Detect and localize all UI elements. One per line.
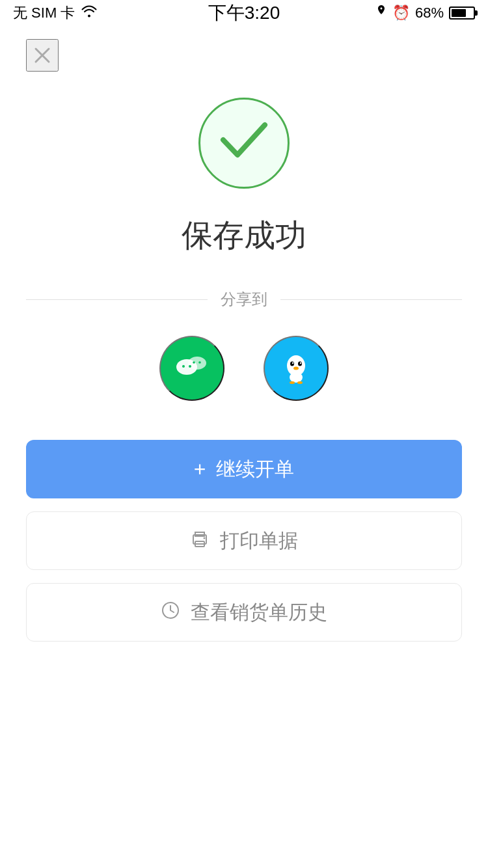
success-title: 保存成功 — [182, 215, 306, 256]
status-time: 下午3:20 — [208, 1, 280, 25]
svg-point-3 — [188, 357, 206, 370]
share-icons — [159, 336, 329, 401]
action-buttons: + 继续开单 打印单据 查看销货单历史 — [26, 440, 462, 642]
svg-point-7 — [198, 361, 201, 364]
history-label: 查看销货单历史 — [191, 599, 327, 626]
main-content: 保存成功 分享到 — [0, 26, 488, 642]
checkmark-icon — [218, 117, 270, 170]
share-divider: 分享到 — [26, 289, 462, 310]
success-circle — [198, 98, 290, 189]
divider-right — [280, 299, 462, 300]
continue-label: 继续开单 — [216, 456, 294, 483]
battery-percent: 68% — [415, 5, 444, 21]
svg-point-10 — [298, 362, 302, 366]
svg-point-4 — [182, 365, 185, 368]
continue-button[interactable]: + 继续开单 — [26, 440, 462, 498]
alarm-icon: ⏰ — [392, 5, 410, 21]
history-button[interactable]: 查看销货单历史 — [26, 583, 462, 642]
status-left: 无 SIM 卡 — [13, 3, 98, 23]
close-icon — [33, 46, 52, 65]
svg-point-5 — [189, 365, 191, 368]
wechat-icon — [172, 349, 211, 388]
svg-point-9 — [290, 362, 294, 366]
print-button[interactable]: 打印单据 — [26, 511, 462, 570]
plus-icon: + — [194, 457, 206, 481]
qq-icon — [277, 349, 316, 388]
sim-status: 无 SIM 卡 — [13, 3, 75, 23]
svg-point-15 — [290, 381, 295, 384]
share-label: 分享到 — [221, 289, 267, 310]
divider-left — [26, 299, 208, 300]
svg-point-20 — [204, 537, 206, 539]
svg-point-13 — [293, 367, 299, 370]
svg-point-16 — [297, 381, 303, 384]
close-button[interactable] — [26, 39, 59, 72]
svg-point-6 — [193, 361, 195, 364]
svg-point-11 — [292, 362, 293, 364]
wifi-icon — [80, 4, 98, 22]
svg-point-12 — [300, 362, 301, 364]
wechat-share-button[interactable] — [159, 336, 224, 401]
svg-point-14 — [290, 372, 303, 383]
location-icon — [375, 5, 387, 21]
status-right: ⏰ 68% — [375, 5, 475, 21]
history-icon — [161, 601, 180, 625]
qq-share-button[interactable] — [264, 336, 329, 401]
printer-icon — [190, 530, 210, 552]
print-label: 打印单据 — [220, 528, 298, 554]
battery-icon — [449, 7, 475, 20]
status-bar: 无 SIM 卡 下午3:20 ⏰ 68% — [0, 0, 488, 26]
